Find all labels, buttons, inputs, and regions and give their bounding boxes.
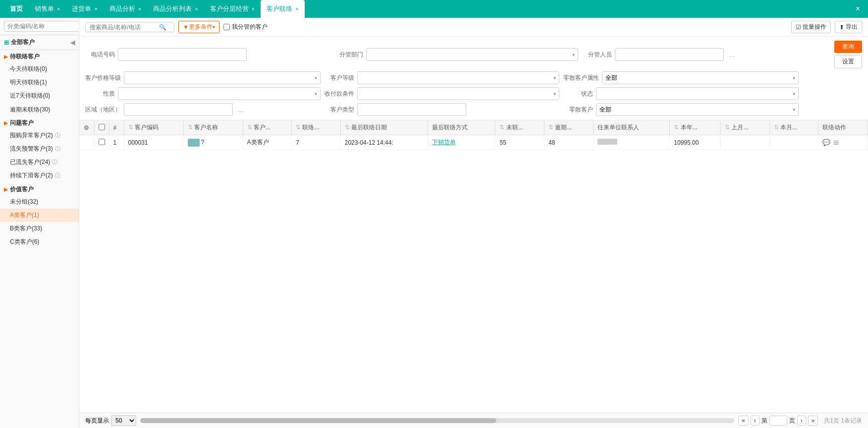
col-last-month[interactable]: ⇅ 上月...: [721, 120, 770, 135]
col-contact[interactable]: ⇅ 联络...: [292, 120, 341, 135]
prev-page-button[interactable]: ‹: [751, 416, 760, 426]
info-icon[interactable]: ⓘ: [55, 172, 60, 178]
row-checkbox[interactable]: [99, 139, 105, 145]
nav-close-analysis-list[interactable]: ×: [195, 6, 198, 12]
nav-item-sales[interactable]: 销售单×: [29, 0, 66, 18]
nav-close-sales[interactable]: ×: [57, 6, 60, 12]
nav-item-home[interactable]: 首页: [4, 0, 29, 18]
category-search-input[interactable]: [4, 21, 79, 32]
nav-close-purchase[interactable]: ×: [94, 6, 97, 12]
nav-close-customer-segment[interactable]: ×: [252, 6, 255, 12]
nav-item-customer-contact[interactable]: 客户联络×: [261, 0, 304, 18]
sidebar-section-pending-contact[interactable]: ▶待联络客户: [0, 50, 79, 62]
row-overdue: 48: [544, 135, 594, 150]
col-checkbox[interactable]: [94, 120, 109, 135]
main-search-icon[interactable]: 🔍: [159, 24, 166, 31]
share-action-icon[interactable]: ⊞: [833, 139, 839, 146]
payment-select[interactable]: ▾: [357, 87, 560, 100]
col-settings[interactable]: ⚙: [79, 120, 94, 135]
customer-type-input[interactable]: [357, 103, 466, 116]
status-select[interactable]: ▾: [596, 87, 799, 100]
page-input[interactable]: 1: [769, 416, 787, 426]
sidebar-item[interactable]: 明天待联络(1): [0, 76, 79, 89]
page-label: 第: [761, 417, 767, 425]
nav-close-customer-contact[interactable]: ×: [295, 6, 298, 12]
price-grade-select[interactable]: ▾: [124, 71, 321, 84]
col-index: #: [109, 120, 124, 135]
sidebar-collapse-icon[interactable]: ◀: [70, 39, 75, 46]
col-this-year-sort-icon: ⇅: [674, 124, 679, 131]
sidebar-item[interactable]: 持续下滑客户(2)ⓘ: [0, 169, 79, 182]
settings-col-icon[interactable]: ⚙: [84, 124, 89, 131]
next-page-button[interactable]: ›: [797, 416, 806, 426]
col-this-year[interactable]: ⇅ 本年...: [670, 120, 721, 135]
staff-more-icon[interactable]: …: [727, 51, 737, 58]
my-customers-checkbox-wrap[interactable]: 我分管的客户: [223, 23, 268, 31]
batch-op-button[interactable]: ☑ 批量操作: [791, 21, 831, 33]
all-customers-header[interactable]: ⊞ 全部客户 ◀: [0, 35, 79, 50]
sidebar-item[interactable]: 流失预警客户(3)ⓘ: [0, 142, 79, 156]
col-name[interactable]: ⇅ 客户名称: [183, 120, 243, 135]
sidebar-item[interactable]: 近7天待联络(0): [0, 89, 79, 103]
col-type[interactable]: ⇅ 客户...: [243, 120, 292, 135]
sidebar-item[interactable]: A类客户(1): [0, 209, 79, 222]
nav-close-analysis[interactable]: ×: [138, 6, 141, 12]
nav-item-customer-segment[interactable]: 客户分层经营×: [204, 0, 261, 18]
sidebar-section-value-customer[interactable]: ▶价值客户: [0, 183, 79, 195]
col-this-month[interactable]: ⇅ 本月...: [769, 120, 818, 135]
sidebar-item[interactable]: 今天待联络(0): [0, 62, 79, 76]
col-code[interactable]: ⇅ 客户编码: [124, 120, 183, 135]
region-input[interactable]: [124, 103, 233, 116]
info-icon[interactable]: ⓘ: [52, 159, 57, 165]
sidebar-item[interactable]: 已流失客户(24)ⓘ: [0, 156, 79, 169]
table-body: 1 000031 ? A类客户 7 2023-04-12 14:44: 下销货单…: [79, 135, 868, 150]
nav-item-analysis-list[interactable]: 商品分析列表×: [147, 0, 204, 18]
my-customers-checkbox[interactable]: [223, 24, 230, 30]
content-area: 🔍 ▼ 更多条件 ▾ 我分管的客户 ☑ 批量操作 ⬆ 导出: [79, 18, 868, 428]
sidebar-item[interactable]: 未分组(32): [0, 195, 79, 209]
dept-field: 分管部门 ▾: [333, 48, 578, 61]
retail-attr-select[interactable]: 全部 ▾: [602, 71, 799, 84]
col-overdue[interactable]: ⇅ 逾期...: [544, 120, 594, 135]
col-last-month-sort-icon: ⇅: [725, 124, 730, 131]
sidebar-section-problem-customer[interactable]: ▶问题客户: [0, 116, 79, 129]
nav-item-purchase[interactable]: 进货单×: [66, 0, 103, 18]
query-button[interactable]: 查询: [834, 41, 862, 53]
phone-input[interactable]: [118, 48, 247, 61]
per-page-select[interactable]: 50 100 200: [111, 415, 136, 426]
nature-select[interactable]: ▾: [118, 87, 321, 100]
col-unit-contact[interactable]: 往来单位联系人: [593, 120, 670, 135]
main-search-input[interactable]: [90, 24, 159, 31]
nature-field: 性质 ▾: [85, 87, 321, 100]
last-method-link[interactable]: 下销货单: [432, 139, 456, 146]
grid-icon: ⊞: [4, 39, 9, 46]
first-page-button[interactable]: «: [738, 416, 749, 426]
region-more-icon[interactable]: …: [236, 106, 246, 113]
sidebar-item[interactable]: 囤购异常客户(2)ⓘ: [0, 129, 79, 142]
table-row: 1 000031 ? A类客户 7 2023-04-12 14:44: 下销货单…: [79, 135, 868, 150]
customer-grade-chevron-icon: ▾: [553, 75, 556, 81]
col-no-contact[interactable]: ⇅ 未联...: [495, 120, 544, 135]
more-conditions-button[interactable]: ▼ 更多条件 ▾: [178, 21, 219, 33]
settings-button[interactable]: 设置: [834, 55, 862, 68]
info-icon[interactable]: ⓘ: [55, 132, 60, 138]
retail-customer-select[interactable]: 全部 ▾: [596, 103, 799, 116]
select-all-checkbox[interactable]: [99, 124, 105, 130]
chat-action-icon[interactable]: 💬: [822, 139, 830, 146]
sidebar-item[interactable]: C类客户(6): [0, 235, 79, 249]
nav-item-analysis[interactable]: 商品分析×: [104, 0, 147, 18]
col-last-date[interactable]: ⇅ 最后联络日期: [340, 120, 428, 135]
dept-select[interactable]: ▾: [366, 48, 578, 61]
sidebar-item[interactable]: 逾期未联络(30): [0, 103, 79, 116]
staff-input[interactable]: [615, 48, 724, 61]
sidebar-item[interactable]: B类客户(33): [0, 222, 79, 235]
horizontal-scrollbar[interactable]: [140, 418, 734, 423]
row-checkbox-cell[interactable]: [94, 135, 109, 150]
export-button[interactable]: ⬆ 导出: [835, 21, 862, 33]
col-last-method[interactable]: 最后联络方式: [428, 120, 495, 135]
customer-grade-select[interactable]: ▾: [357, 71, 560, 84]
window-close-button[interactable]: ×: [852, 2, 864, 15]
last-page-button[interactable]: »: [808, 416, 818, 426]
row-last-method[interactable]: 下销货单: [428, 135, 495, 150]
info-icon[interactable]: ⓘ: [55, 146, 60, 152]
